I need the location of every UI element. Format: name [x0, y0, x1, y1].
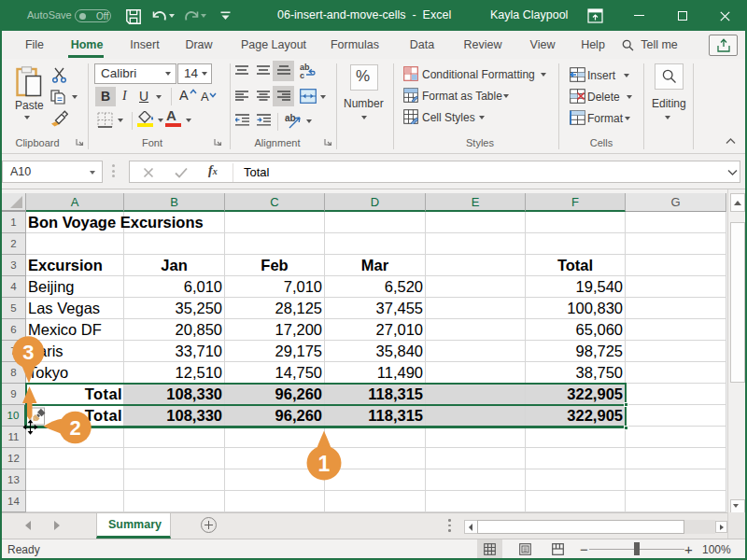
svg-text:2: 2 [69, 416, 80, 440]
svg-text:1: 1 [318, 452, 331, 476]
svg-text:3: 3 [22, 341, 34, 364]
